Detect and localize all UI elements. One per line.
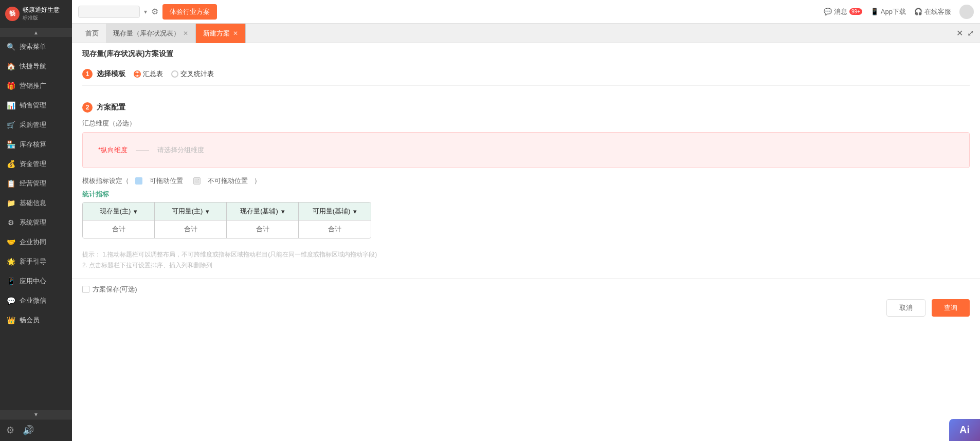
topbar-left: ▾ ⚙ 体验行业方案 [78,4,820,20]
sidebar-item-wechat[interactable]: 💬 企业微信 [0,291,72,310]
sidebar-item-basic-info[interactable]: 📁 基础信息 [0,193,72,213]
step1-divider [82,85,970,86]
stats-header-2[interactable]: 现存量(基辅) ▾ [227,203,298,220]
tip2: 2. 点击标题栏下拉可设置排序、插入列和删除列 [82,261,970,270]
sidebar-item-membership[interactable]: 👑 畅会员 [0,310,72,330]
stats-cell-3: 可用量(基辅) ▾ 合计 [299,203,371,238]
topbar-dropdown-icon[interactable]: ▾ [144,8,147,15]
fixed-badge [193,177,201,185]
query-button[interactable]: 查询 [932,299,970,317]
ai-badge[interactable]: Ai [949,419,980,441]
page-content: 现存量(库存状况表)方案设置 1 选择模板 汇总表 交叉统计表 [72,43,980,441]
app-download-item[interactable]: 📱 App下载 [870,7,906,16]
tab-home-label: 首页 [85,29,99,38]
phone-icon: 📱 [6,277,15,286]
tab-inventory[interactable]: 现存量（库存状况表） ✕ [106,24,196,43]
stats-header-0[interactable]: 现存量(主) ▾ [83,203,154,220]
step1-section: 1 选择模板 汇总表 交叉统计表 [72,63,980,96]
dim-area[interactable]: *纵向维度 —— 请选择分组维度 [82,132,970,168]
topbar-settings-icon[interactable]: ⚙ [151,7,158,16]
headset-icon: 🎧 [914,8,922,15]
sidebar-item-purchase[interactable]: 🛒 采购管理 [0,115,72,135]
tab-home[interactable]: 首页 [78,24,106,43]
sidebar-item-inventory[interactable]: 🏪 库存核算 [0,135,72,154]
tabs-bar: 首页 现存量（库存状况表） ✕ 新建方案 ✕ ✕ ⤢ [72,24,980,43]
stats-header-3[interactable]: 可用量(基辅) ▾ [299,203,371,220]
sidebar-item-sales[interactable]: 📊 销售管理 [0,96,72,115]
cart-icon: 🛒 [6,120,15,130]
tab-new-plan[interactable]: 新建方案 ✕ [196,24,246,43]
search-icon: 🔍 [6,42,15,51]
gear-icon: ⚙ [6,218,15,227]
dim-placeholder: 请选择分组维度 [157,145,204,155]
tab-new-plan-close[interactable]: ✕ [233,30,238,37]
sidebar-item-cooperation[interactable]: 🤝 企业协同 [0,232,72,252]
sidebar-item-label: 营销推广 [20,81,46,90]
message-icon: 💬 [824,8,832,15]
sidebar-item-newbie[interactable]: 🌟 新手引导 [0,252,72,271]
indicator-settings: 模板指标设定（ 可拖动位置 不可拖动位置 ） 统计指标 现存量(主) ▾ [82,176,970,240]
tab-inventory-close[interactable]: ✕ [183,30,188,37]
sidebar-item-operations[interactable]: 📋 经营管理 [0,174,72,193]
messages-item[interactable]: 💬 消息 99+ [824,7,862,16]
cancel-button[interactable]: 取消 [886,299,925,317]
home-icon: 🏠 [6,62,15,71]
sidebar-item-label: 资金管理 [20,159,46,169]
settings-footer-icon[interactable]: ⚙ [6,425,14,436]
stats-body-2: 合计 [227,220,298,238]
template-option-summary[interactable]: 汇总表 [134,69,163,79]
step2-header: 2 方案配置 [82,102,970,113]
sidebar-item-label: 畅会员 [20,316,40,325]
online-service-item[interactable]: 🎧 在线客服 [914,7,951,16]
topbar-search-input[interactable] [78,6,140,18]
sidebar: 畅 畅康通好生意 标准版 ▲ 🔍 搜索菜单 🏠 快捷导航 🎁 营销推广 📊 销售… [0,0,72,441]
app-download-label: App下载 [881,7,906,16]
avatar[interactable] [959,5,974,19]
indicator-label: 模板指标设定（ 可拖动位置 不可拖动位置 ） [82,176,970,186]
gift-icon: 🎁 [6,81,15,90]
phone-icon: 📱 [870,8,879,15]
sidebar-item-label: 经营管理 [20,179,46,188]
chevron-down-icon-1: ▾ [206,208,209,215]
sidebar-item-label: 企业协同 [20,237,46,247]
save-checkbox[interactable] [82,286,89,293]
sidebar-item-label: 搜索菜单 [20,42,46,51]
crown-icon: 👑 [6,316,15,325]
step1-number: 1 [82,69,93,79]
sidebar-item-label: 采购管理 [20,120,46,130]
tabs-right-controls: ✕ ⤢ [956,28,974,38]
main-area: ▾ ⚙ 体验行业方案 💬 消息 99+ 📱 App下载 🎧 在线客服 首页 [72,0,980,441]
tab-expand-btn[interactable]: ⤢ [967,28,974,38]
stats-body-3: 合计 [299,220,371,238]
sidebar-item-search[interactable]: 🔍 搜索菜单 [0,37,72,57]
action-buttons: 取消 查询 [82,299,970,317]
save-label: 方案保存(可选) [93,285,137,294]
topbar-right: 💬 消息 99+ 📱 App下载 🎧 在线客服 [824,5,974,19]
stats-body-1: 合计 [155,220,226,238]
page-title: 现存量(库存状况表)方案设置 [72,43,980,63]
draggable-badge [135,177,142,185]
sidebar-item-system[interactable]: ⚙ 系统管理 [0,213,72,232]
trial-button[interactable]: 体验行业方案 [162,4,217,20]
sidebar-item-finance[interactable]: 💰 资金管理 [0,154,72,174]
radio-cross-icon [171,70,178,78]
stats-title: 统计指标 [82,190,970,199]
tip1: 提示： 1.拖动标题栏可以调整布局，不可跨维度或指标区域拖动栏目(只能在同一维度… [82,250,970,259]
chart-icon: 📊 [6,101,15,110]
template-option-cross[interactable]: 交叉统计表 [171,69,214,79]
logo-text: 畅康通好生意 标准版 [23,6,60,22]
sidebar-scroll-down[interactable]: ▼ [0,410,72,419]
tab-close-window-btn[interactable]: ✕ [956,28,963,38]
sidebar-item-marketing[interactable]: 🎁 营销推广 [0,76,72,96]
sidebar-item-app-center[interactable]: 📱 应用中心 [0,271,72,291]
sound-footer-icon[interactable]: 🔊 [23,425,34,436]
chevron-down-icon-2: ▾ [281,208,285,215]
radio-summary-icon [134,70,141,78]
sidebar-item-quick-nav[interactable]: 🏠 快捷导航 [0,57,72,76]
sidebar-scroll-up[interactable]: ▲ [0,28,72,37]
dim-dash: —— [136,146,149,154]
step2-section: 2 方案配置 汇总维度（必选） *纵向维度 —— 请选择分组维度 模板指标设定（… [72,96,980,278]
stats-header-1[interactable]: 可用量(主) ▾ [155,203,226,220]
sidebar-nav: 🔍 搜索菜单 🏠 快捷导航 🎁 营销推广 📊 销售管理 🛒 采购管理 🏪 库存核… [0,37,72,410]
chevron-down-icon-0: ▾ [134,208,137,215]
